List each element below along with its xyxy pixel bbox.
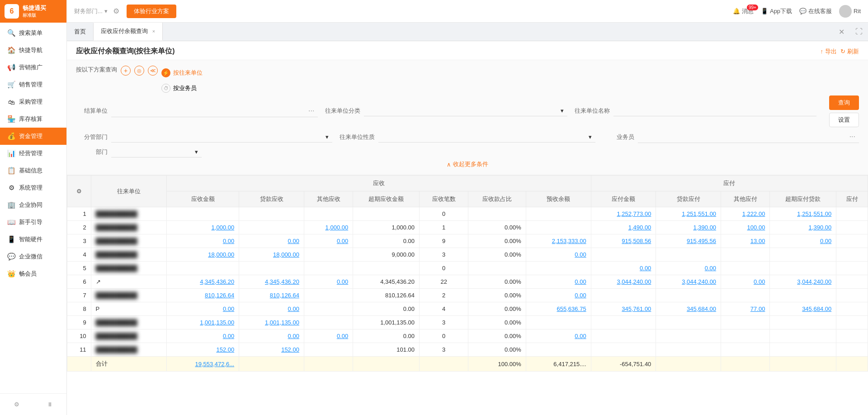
tab-home[interactable]: 首页: [67, 23, 94, 40]
table-cell[interactable]: 1,390.00: [770, 221, 836, 234]
table-cell[interactable]: 1,000.00: [167, 221, 239, 234]
table-cell[interactable]: 915,495.56: [656, 234, 721, 248]
table-cell[interactable]: 345,761.00: [591, 302, 656, 316]
table-cell[interactable]: 345,684.00: [770, 302, 836, 316]
table-cell[interactable]: 0.00: [721, 275, 770, 289]
table-cell[interactable]: 0.00: [304, 234, 353, 248]
filter-back-btn[interactable]: ≪: [148, 66, 158, 76]
sidebar-collapse-btn[interactable]: ⏸: [44, 398, 56, 410]
filter-partner-category-select[interactable]: ▾: [364, 105, 567, 116]
sidebar-item-basic[interactable]: 📋基础信息: [0, 162, 66, 179]
table-cell[interactable]: 1,252,773.00: [591, 207, 656, 221]
filter-dept-select[interactable]: ▾: [111, 147, 202, 157]
table-cell[interactable]: 0.00: [304, 329, 353, 343]
table-cell[interactable]: 1,390.00: [656, 221, 721, 234]
table-cell[interactable]: 1,222.00: [721, 207, 770, 221]
query-btn[interactable]: 查询: [829, 95, 859, 110]
sidebar-settings-btn[interactable]: ⚙: [11, 398, 22, 410]
table-cell[interactable]: 0.00: [239, 234, 304, 248]
sidebar-label-finance: 资金管理: [19, 132, 42, 140]
table-cell[interactable]: 915,508.56: [591, 234, 656, 248]
tab-expand-btn[interactable]: ⛶: [850, 24, 868, 39]
filter-collapse-btn[interactable]: ∧ 收起更多条件: [76, 157, 859, 169]
app-download-btn[interactable]: 📱 App下载: [761, 7, 792, 15]
sidebar-item-finance[interactable]: 💰资金管理: [0, 128, 66, 145]
sidebar-item-quick[interactable]: 🏠快捷导航: [0, 42, 66, 59]
table-cell[interactable]: 1,000.00: [304, 221, 353, 234]
table-cell[interactable]: 810,126.64: [239, 289, 304, 302]
table-cell[interactable]: 1,490.00: [591, 221, 656, 234]
filter-target-btn[interactable]: ◎: [134, 66, 144, 76]
sidebar-item-sales[interactable]: 🛒销售管理: [0, 76, 66, 93]
sidebar-item-marketing[interactable]: 📢营销推广: [0, 59, 66, 76]
filter-partner-nature-select[interactable]: ▾: [378, 132, 596, 143]
summary-recv-amt[interactable]: 19,553,472,6...: [167, 357, 239, 372]
tab-close-icon[interactable]: ×: [152, 29, 155, 34]
topbar-gear-icon[interactable]: ⚙: [113, 7, 119, 15]
filter-settlement-input[interactable]: ···: [111, 105, 318, 117]
table-cell[interactable]: 18,000.00: [239, 248, 304, 262]
table-cell[interactable]: 1,001,135.00: [239, 316, 304, 329]
tab-active[interactable]: 应收应付余额查询 ×: [94, 23, 163, 41]
table-cell[interactable]: 0.00: [770, 234, 836, 248]
table-cell[interactable]: 13.00: [721, 234, 770, 248]
sidebar-item-hardware[interactable]: 📱智能硬件: [0, 231, 66, 248]
table-cell[interactable]: 18,000.00: [167, 248, 239, 262]
export-btn[interactable]: ↑ 导出: [821, 48, 837, 56]
table-cell[interactable]: 2,153,333.00: [526, 234, 591, 248]
table-cell[interactable]: 1,251,551.00: [656, 207, 721, 221]
table-cell[interactable]: 3,044,240.00: [656, 275, 721, 289]
sidebar-item-wechat[interactable]: 💬企业微信: [0, 248, 66, 265]
table-cell[interactable]: 0.00: [591, 262, 656, 275]
table-cell[interactable]: 152.00: [239, 343, 304, 357]
set-btn[interactable]: 设置: [829, 113, 859, 127]
table-cell[interactable]: 0.00: [167, 329, 239, 343]
table-cell[interactable]: 152.00: [167, 343, 239, 357]
sidebar-item-member[interactable]: 👑畅会员: [0, 265, 66, 282]
cta-button[interactable]: 体验行业方案: [127, 5, 176, 18]
table-cell[interactable]: 100.00: [721, 221, 770, 234]
sidebar-item-operation[interactable]: 📊经营管理: [0, 145, 66, 162]
notification-btn[interactable]: 🔔 消息 99+: [733, 7, 754, 15]
table-cell[interactable]: 4,345,436.20: [239, 275, 304, 289]
filter-section: 按以下方案查询 + ◎ ≪ ⚡ 按往来单位 ⏱ 按业务员: [76, 66, 859, 95]
user-avatar: [839, 5, 852, 18]
view-mode-salesperson[interactable]: ⏱ 按业务员: [158, 82, 206, 95]
user-avatar-area[interactable]: Rit: [839, 5, 861, 18]
table-cell[interactable]: 0.00: [239, 302, 304, 316]
sidebar-item-enterprise[interactable]: 🏢企业协同: [0, 196, 66, 214]
table-cell[interactable]: 1,251,551.00: [770, 207, 836, 221]
table-cell[interactable]: 0.00: [526, 275, 591, 289]
table-cell[interactable]: 345,684.00: [656, 302, 721, 316]
filter-add-btn[interactable]: +: [121, 66, 131, 76]
sidebar-item-inventory[interactable]: 🏪库存核算: [0, 110, 66, 128]
table-cell[interactable]: 3,044,240.00: [591, 275, 656, 289]
table-cell[interactable]: 810,126.64: [167, 289, 239, 302]
row-number: 8: [67, 302, 91, 316]
table-cell[interactable]: 0.00: [526, 248, 591, 262]
sidebar-item-purchase[interactable]: 🛍采购管理: [0, 93, 66, 110]
sidebar-item-system[interactable]: ⚙系统管理: [0, 179, 66, 196]
view-mode-partner[interactable]: ⚡ 按往来单位: [158, 67, 206, 79]
table-cell[interactable]: 0.00: [526, 329, 591, 343]
filter-partner-name-input[interactable]: [613, 105, 816, 116]
refresh-btn[interactable]: ↻ 刷新: [840, 48, 859, 56]
sidebar-item-guide[interactable]: 📖新手引导: [0, 214, 66, 231]
table-cell[interactable]: 77.00: [721, 302, 770, 316]
table-cell[interactable]: 0.00: [239, 329, 304, 343]
table-cell[interactable]: 1,001,135.00: [167, 316, 239, 329]
table-cell[interactable]: 0.00: [304, 275, 353, 289]
table-cell[interactable]: 655,636.75: [526, 302, 591, 316]
online-service-btn[interactable]: 💬 在线客服: [799, 7, 832, 15]
tab-close-window-btn[interactable]: ✕: [833, 24, 850, 40]
sidebar-item-search[interactable]: 🔍搜索菜单: [0, 24, 66, 42]
filter-salesperson-input[interactable]: ···: [638, 131, 859, 143]
table-cell[interactable]: 4,345,436.20: [167, 275, 239, 289]
filter-dept-manager-select[interactable]: ▾: [111, 132, 332, 143]
table-cell[interactable]: 0.00: [526, 289, 591, 302]
table-settings-header[interactable]: ⚙: [67, 176, 91, 207]
table-cell[interactable]: 0.00: [656, 262, 721, 275]
table-cell[interactable]: 3,044,240.00: [770, 275, 836, 289]
table-cell[interactable]: 0.00: [167, 234, 239, 248]
table-cell[interactable]: 0.00: [167, 302, 239, 316]
